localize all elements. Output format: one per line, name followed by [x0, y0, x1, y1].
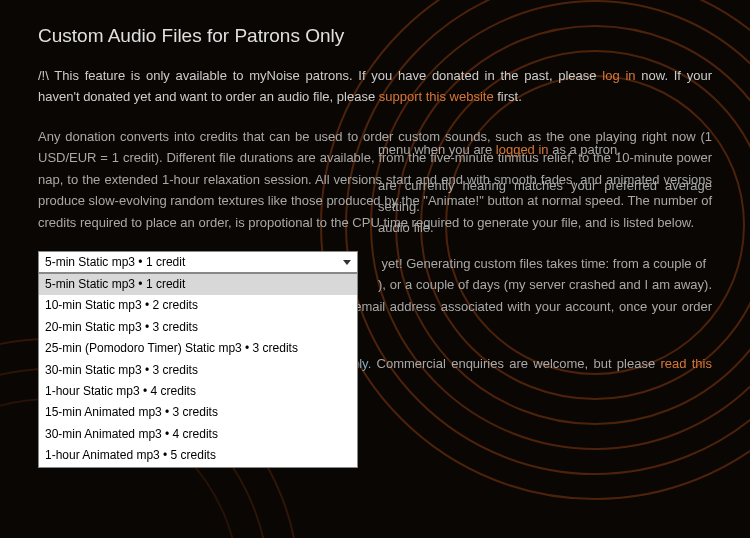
- option-item[interactable]: 10-min Static mp3 • 2 credits: [39, 295, 357, 316]
- b1-after: as a patron.: [549, 142, 621, 157]
- page-title: Custom Audio Files for Patrons Only: [38, 25, 712, 47]
- option-item[interactable]: 25-min (Pomodoro Timer) Static mp3 • 3 c…: [39, 338, 357, 359]
- duration-select[interactable]: 5-min Static mp3 • 1 credit: [38, 251, 358, 273]
- logged-in-link[interactable]: logged in: [496, 142, 549, 157]
- option-item[interactable]: 1-hour Static mp3 • 4 credits: [39, 381, 357, 402]
- option-item[interactable]: 30-min Static mp3 • 3 credits: [39, 360, 357, 381]
- support-link[interactable]: support this website: [379, 89, 494, 104]
- option-item[interactable]: 5-min Static mp3 • 1 credit: [39, 274, 357, 295]
- selected-option: 5-min Static mp3 • 1 credit: [45, 255, 185, 269]
- b1-pre: menu when you are: [378, 142, 496, 157]
- intro-after: first.: [494, 89, 522, 104]
- intro-text: /!\ This feature is only available to my…: [38, 65, 712, 108]
- dropdown-options: 5-min Static mp3 • 1 credit 10-min Stati…: [38, 273, 358, 468]
- b3-v2: ), or a couple of days (my server crashe…: [378, 277, 712, 292]
- option-item[interactable]: 20-min Static mp3 • 3 credits: [39, 317, 357, 338]
- option-item[interactable]: 15-min Animated mp3 • 3 credits: [39, 402, 357, 423]
- chevron-down-icon: [343, 260, 351, 265]
- b4-mid: Commercial enquiries are welcome, but pl…: [371, 356, 660, 371]
- intro-prefix: /!\ This feature is only available to my…: [38, 68, 602, 83]
- login-link[interactable]: log in: [602, 68, 635, 83]
- option-item[interactable]: 1-hour Animated mp3 • 5 credits: [39, 445, 357, 466]
- option-item[interactable]: 30-min Animated mp3 • 4 credits: [39, 424, 357, 445]
- b2-l2: audio file.: [378, 220, 434, 235]
